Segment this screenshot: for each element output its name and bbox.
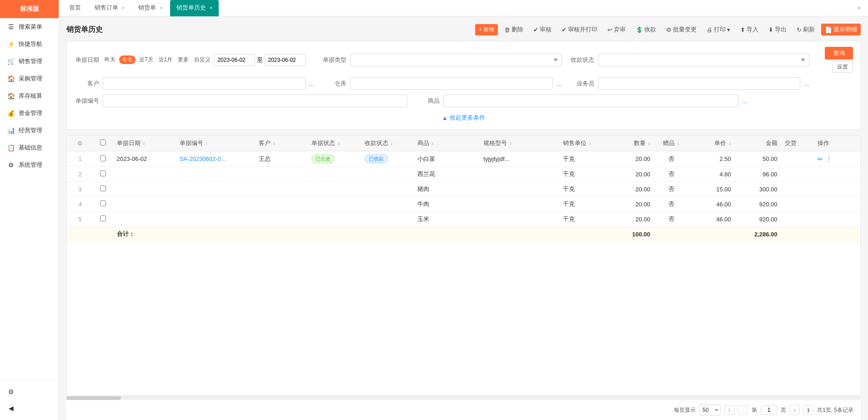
sidebar-item-system-mgmt[interactable]: ⚙ 系统管理 <box>0 156 59 174</box>
row-5-checkbox[interactable] <box>100 215 106 221</box>
col-header-deal[interactable]: 交货 <box>781 135 814 151</box>
row-1-no-link[interactable]: SA-20230602-0... <box>180 155 226 162</box>
row-1-checkbox[interactable] <box>100 155 106 161</box>
horizontal-scrollbar[interactable] <box>66 396 861 400</box>
select-all-checkbox[interactable] <box>100 140 106 145</box>
doc-status-sort-icon[interactable]: ↕ <box>338 141 340 146</box>
show-detail-button[interactable]: 📄 显示明细 <box>821 24 861 35</box>
date-to-input[interactable] <box>265 54 306 66</box>
col-header-settings[interactable]: ⚙ <box>67 135 93 151</box>
date-tab-today[interactable]: 今天 <box>119 55 135 64</box>
col-header-unit[interactable]: 销售单位 ↕ <box>559 135 611 151</box>
row-1-more-btn[interactable]: ⋮ <box>826 155 832 163</box>
col-header-date[interactable]: 单据日期 ↕ <box>113 135 176 151</box>
sidebar-item-fund-mgmt[interactable]: 💰 资金管理 <box>0 105 59 122</box>
price-sort-icon[interactable]: ↕ <box>729 141 731 146</box>
refresh-button[interactable]: ↻ 刷新 <box>793 24 818 35</box>
col-header-pay-status[interactable]: 收款状态 ↕ <box>361 135 414 151</box>
last-page-btn[interactable]: ⟫ <box>803 405 813 415</box>
col-header-doc-status[interactable]: 单据状态 ↕ <box>308 135 361 151</box>
settings-button[interactable]: 设置 <box>832 61 853 73</box>
tab-sales-history-close[interactable]: × <box>210 5 212 10</box>
date-tab-7days[interactable]: 近7天 <box>137 55 155 64</box>
col-header-amount[interactable]: 金额 <box>735 135 781 151</box>
customer-ellipsis[interactable]: ... <box>309 80 315 87</box>
row-3-checkbox[interactable] <box>100 185 106 191</box>
col-header-spec[interactable]: 规格型号 ↕ <box>480 135 559 151</box>
table-settings-icon[interactable]: ⚙ <box>77 140 83 147</box>
customer-sort-icon[interactable]: ↕ <box>273 141 276 146</box>
row-1-no[interactable]: SA-20230602-0... <box>176 151 255 167</box>
tab-sales-delivery-close[interactable]: × <box>160 5 162 10</box>
row-1-edit-btn[interactable]: ✏ <box>818 155 823 163</box>
row-1-check[interactable] <box>93 151 113 167</box>
spec-sort-icon[interactable]: ↕ <box>510 141 512 146</box>
tab-sales-order-close[interactable]: × <box>122 5 125 10</box>
date-tab-yesterday[interactable]: 昨天 <box>103 55 117 64</box>
doc-type-select[interactable] <box>350 54 562 66</box>
approve-print-button[interactable]: ✔ 审核并打印 <box>558 24 601 35</box>
sidebar-bottom-settings[interactable]: ⚙ <box>0 384 59 400</box>
sidebar-item-purchase-mgmt[interactable]: 🏠 采购管理 <box>0 70 59 87</box>
date-tab-custom[interactable]: 自定义 <box>192 55 212 64</box>
col-header-price[interactable]: 单价 ↕ <box>688 135 735 151</box>
date-tab-1month[interactable]: 近1月 <box>157 55 175 64</box>
tab-sales-order[interactable]: 销售订单 × <box>88 0 131 16</box>
goods-input[interactable] <box>443 95 739 107</box>
warehouse-input[interactable] <box>350 77 553 90</box>
tab-home[interactable]: 首页 <box>63 0 87 16</box>
salesperson-input[interactable] <box>598 77 801 90</box>
pay-status-sort-icon[interactable]: ↕ <box>391 141 393 146</box>
row-2-check[interactable] <box>93 167 113 182</box>
next-page-btn[interactable]: › <box>790 405 800 415</box>
close-all-tabs[interactable]: × <box>853 5 864 11</box>
page-number-input[interactable] <box>761 405 777 415</box>
delete-button[interactable]: 🗑 删除 <box>501 24 527 35</box>
export-button[interactable]: ⬇ 导出 <box>765 24 790 35</box>
query-button[interactable]: 查询 <box>825 47 853 60</box>
per-page-select[interactable]: 50 10 20 100 <box>699 405 721 415</box>
col-header-gift[interactable]: 赠品 ↕ <box>654 135 688 151</box>
batch-change-button[interactable]: ⚙ 批量变更 <box>662 24 700 35</box>
unit-sort-icon[interactable]: ↕ <box>589 141 591 146</box>
doc-no-input[interactable] <box>103 95 407 107</box>
print-button[interactable]: 🖨 打印 ▾ <box>703 24 734 35</box>
col-header-goods[interactable]: 商品 ↕ <box>414 135 480 151</box>
scroll-thumb[interactable] <box>66 396 121 400</box>
gift-sort-icon[interactable]: ↕ <box>677 141 679 146</box>
row-4-check[interactable] <box>93 197 113 212</box>
approve-button[interactable]: ✔ 审核 <box>530 24 555 35</box>
sidebar-item-sales-mgmt[interactable]: 🛒 销售管理 <box>0 53 59 70</box>
row-4-checkbox[interactable] <box>100 200 106 206</box>
col-header-customer[interactable]: 客户 ↕ <box>255 135 308 151</box>
collapse-filter-btn[interactable]: ▲ 收起更多条件 <box>74 112 853 124</box>
collect-button[interactable]: 💲 收款 <box>632 24 660 35</box>
first-page-btn[interactable]: ⟪ <box>724 405 734 415</box>
discard-button[interactable]: ↩ 弃审 <box>604 24 629 35</box>
salesperson-ellipsis[interactable]: ... <box>804 80 809 87</box>
col-header-no[interactable]: 单据编号 ↕ <box>176 135 255 151</box>
import-button[interactable]: ⬆ 导入 <box>737 24 762 35</box>
date-sort-icon[interactable]: ↕ <box>143 141 145 146</box>
sidebar-item-operations-mgmt[interactable]: 📊 经营管理 <box>0 122 59 139</box>
pay-status-select[interactable] <box>598 54 809 66</box>
row-3-check[interactable] <box>93 182 113 197</box>
no-sort-icon[interactable]: ↕ <box>206 141 208 146</box>
prev-page-btn[interactable]: ‹ <box>738 405 748 415</box>
date-from-input[interactable] <box>214 54 255 66</box>
col-header-qty[interactable]: 数量 ↕ <box>611 135 654 151</box>
sidebar-collapse-btn[interactable]: ◀ <box>0 400 59 416</box>
warehouse-ellipsis[interactable]: ... <box>557 80 562 87</box>
qty-sort-icon[interactable]: ↕ <box>648 141 650 146</box>
tab-sales-history[interactable]: 销货单历史 × <box>170 0 219 16</box>
col-header-check[interactable] <box>93 135 113 151</box>
sidebar-item-basic-info[interactable]: 📋 基础信息 <box>0 139 59 156</box>
sidebar-item-search-menu[interactable]: ☰ 搜索菜单 <box>0 18 59 35</box>
row-5-check[interactable] <box>93 212 113 227</box>
date-tab-more[interactable]: 更多 <box>176 55 191 64</box>
goods-sort-icon[interactable]: ↕ <box>431 141 434 146</box>
row-2-checkbox[interactable] <box>100 170 106 176</box>
customer-input[interactable] <box>103 77 306 90</box>
sidebar-item-inventory-calc[interactable]: 🏠 库存核算 <box>0 87 59 105</box>
tab-sales-delivery[interactable]: 销货单 × <box>132 0 169 16</box>
